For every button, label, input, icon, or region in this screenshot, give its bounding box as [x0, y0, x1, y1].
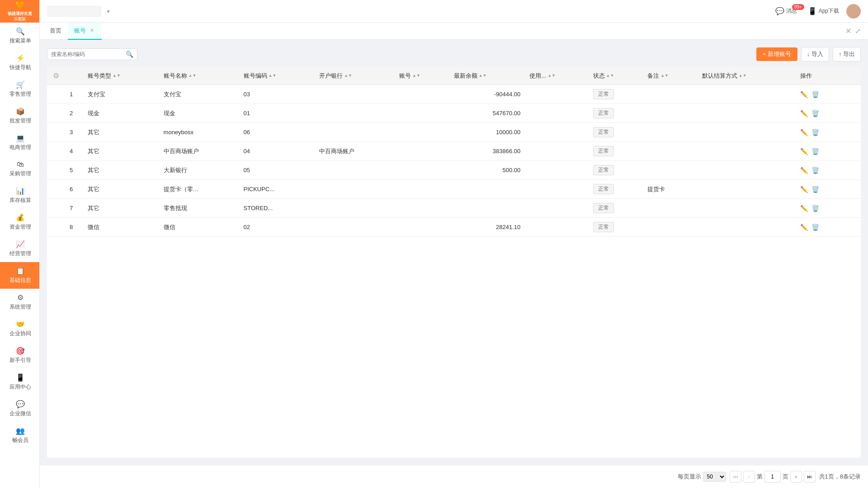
th-bank-label: 开户银行	[319, 72, 343, 80]
cell-num: 2	[65, 104, 83, 123]
sidebar-item-label: 搜索菜单	[9, 37, 31, 45]
content-area: 🔍 + 新增账号 ↓ 导入 ↑ 导出 ⚙	[40, 40, 868, 465]
th-usage[interactable]: 使用... ▲▼	[525, 67, 588, 85]
edit-icon[interactable]: ✏️	[800, 91, 808, 98]
tab-restore-button[interactable]: ⤢	[855, 27, 861, 35]
th-settings[interactable]: ⚙	[47, 67, 65, 85]
sidebar-item-member[interactable]: 👥 畅会员	[0, 422, 39, 449]
first-page-button[interactable]: ⏮	[730, 471, 741, 483]
edit-icon[interactable]: ✏️	[800, 224, 808, 231]
th-bank[interactable]: 开户银行 ▲▼	[315, 67, 395, 85]
enterprise-agreement-icon: 🤝	[16, 320, 25, 328]
sidebar: 🧡 畅捷通好生意 乐惠版 🔍 搜索菜单 ⚡ 快捷导航 🛒 零售管理 📦 批发管理…	[0, 0, 40, 488]
top-search-input[interactable]	[47, 6, 101, 17]
cell-account	[395, 180, 449, 199]
th-remark[interactable]: 备注 ▲▼	[643, 67, 698, 85]
sidebar-item-wholesale[interactable]: 📦 批发管理	[0, 103, 39, 129]
app-download-button[interactable]: 📱 App下载	[808, 7, 839, 15]
sidebar-item-inventory[interactable]: 📊 库存核算	[0, 182, 39, 209]
cell-default-pay	[698, 218, 796, 237]
page-size-dropdown[interactable]: 50 100	[703, 472, 726, 482]
next-page-button[interactable]: ›	[790, 471, 802, 483]
cell-code: STORED...	[239, 199, 315, 218]
last-page-button[interactable]: ⏭	[804, 471, 816, 483]
cell-usage	[525, 123, 588, 142]
message-badge: 99+	[792, 4, 804, 10]
tab-account[interactable]: 账号 ✕	[68, 23, 102, 40]
edit-icon[interactable]: ✏️	[800, 129, 808, 136]
sidebar-item-operations[interactable]: 📈 经营管理	[0, 235, 39, 262]
cell-settings	[47, 123, 65, 142]
edit-icon[interactable]: ✏️	[800, 186, 808, 193]
add-account-button[interactable]: + 新增账号	[756, 47, 797, 61]
header-right: 💬 消息 99+ 📱 App下载	[775, 4, 861, 19]
delete-icon[interactable]: 🗑️	[811, 186, 819, 193]
logo-text: 畅捷通好生意	[8, 11, 32, 16]
sort-arrows-default-pay: ▲▼	[739, 74, 747, 78]
sidebar-item-enterprise-wechat[interactable]: 💬 企业微信	[0, 395, 39, 422]
sidebar-item-basic-info[interactable]: 📋 基础信息	[0, 262, 39, 289]
th-balance[interactable]: 最新余额 ▲▼	[449, 67, 525, 85]
cell-settings	[47, 180, 65, 199]
delete-icon[interactable]: 🗑️	[811, 224, 819, 231]
tab-bar-actions: ✕ ⤢	[845, 27, 864, 35]
cell-num: 4	[65, 142, 83, 161]
sidebar-item-enterprise-agreement[interactable]: 🤝 企业协同	[0, 315, 39, 342]
th-code[interactable]: 账号编码 ▲▼	[239, 67, 315, 85]
search-input[interactable]	[51, 51, 126, 57]
th-default-pay[interactable]: 默认结算方式 ▲▼	[698, 67, 796, 85]
dropdown-arrow[interactable]: ▾	[107, 8, 110, 15]
sidebar-item-capital[interactable]: 💰 资金管理	[0, 209, 39, 235]
sidebar-item-search-menu[interactable]: 🔍 搜索菜单	[0, 23, 39, 49]
delete-icon[interactable]: 🗑️	[811, 129, 819, 136]
cell-balance: 10000.00	[449, 123, 525, 142]
cell-account	[395, 199, 449, 218]
cell-status: 正常	[589, 180, 643, 199]
sidebar-item-label: 资金管理	[9, 223, 31, 231]
th-status[interactable]: 状态 ▲▼	[589, 67, 643, 85]
cell-code: 03	[239, 85, 315, 104]
sidebar-item-ecommerce[interactable]: 💻 电商管理	[0, 129, 39, 156]
sort-arrows-usage: ▲▼	[547, 74, 556, 78]
sidebar-item-quick-nav[interactable]: ⚡ 快捷导航	[0, 49, 39, 76]
edit-icon[interactable]: ✏️	[800, 205, 808, 212]
edit-icon[interactable]: ✏️	[800, 148, 808, 155]
delete-icon[interactable]: 🗑️	[811, 205, 819, 212]
tab-home[interactable]: 首页	[43, 23, 68, 40]
delete-icon[interactable]: 🗑️	[811, 148, 819, 155]
th-remark-label: 备注	[647, 72, 659, 80]
retail-icon: 🛒	[16, 80, 25, 89]
enterprise-wechat-icon: 💬	[16, 400, 25, 408]
sidebar-item-system[interactable]: ⚙ 系统管理	[0, 289, 39, 315]
edit-icon[interactable]: ✏️	[800, 110, 808, 117]
tab-close-all-button[interactable]: ✕	[845, 27, 851, 35]
capital-icon: 💰	[16, 213, 25, 222]
sidebar-item-label: 新手引导	[9, 357, 31, 364]
delete-icon[interactable]: 🗑️	[811, 110, 819, 117]
page-number-input[interactable]	[764, 471, 781, 483]
sidebar-item-beginner-guide[interactable]: 🎯 新手引导	[0, 342, 39, 369]
sidebar-item-purchase[interactable]: 🛍 采购管理	[0, 156, 39, 182]
th-account[interactable]: 账号 ▲▼	[395, 67, 449, 85]
search-icon[interactable]: 🔍	[126, 51, 133, 58]
prev-page-button[interactable]: ‹	[743, 471, 755, 483]
message-button[interactable]: 💬 消息 99+	[775, 7, 801, 15]
cell-remark	[643, 85, 698, 104]
delete-icon[interactable]: 🗑️	[811, 91, 819, 98]
sidebar-item-label: 批发管理	[9, 117, 31, 125]
cell-code: 01	[239, 104, 315, 123]
cell-bank	[315, 199, 395, 218]
avatar[interactable]	[846, 4, 861, 19]
edit-icon[interactable]: ✏️	[800, 167, 808, 174]
tab-account-label: 账号	[74, 27, 86, 35]
th-name[interactable]: 账号名称 ▲▼	[159, 67, 239, 85]
th-type[interactable]: 账号类型 ▲▼	[83, 67, 159, 85]
tab-close-button[interactable]: ✕	[89, 27, 95, 34]
cell-type: 支付宝	[83, 85, 159, 104]
settings-gear-icon[interactable]: ⚙	[53, 72, 59, 80]
import-button[interactable]: ↓ 导入	[801, 47, 829, 61]
sidebar-item-retail[interactable]: 🛒 零售管理	[0, 76, 39, 103]
delete-icon[interactable]: 🗑️	[811, 167, 819, 174]
sidebar-item-app-center[interactable]: 📱 应用中心	[0, 369, 39, 395]
export-button[interactable]: ↑ 导出	[833, 47, 861, 61]
